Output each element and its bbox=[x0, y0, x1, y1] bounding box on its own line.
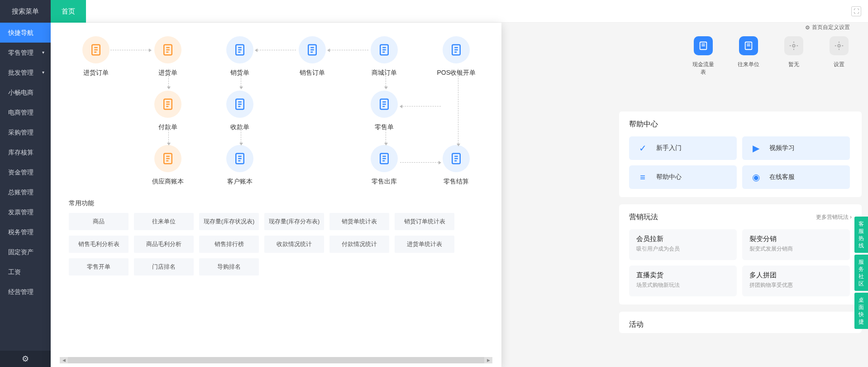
flow-cell[interactable]: 零售单 bbox=[348, 91, 420, 131]
help-icon: ≡ bbox=[636, 171, 649, 184]
marketing-item[interactable]: 会员拉新吸引用户成为会员 bbox=[629, 229, 737, 260]
sidebar-item[interactable]: 采购管理 bbox=[0, 122, 51, 142]
flow-circle-icon bbox=[371, 36, 398, 63]
flyout-scrollbar[interactable]: ◀ ▶ bbox=[60, 357, 492, 363]
sidebar-search[interactable]: 搜索菜单 bbox=[0, 0, 51, 23]
help-item[interactable]: ▶视频学习 bbox=[742, 136, 850, 160]
help-label: 在线客服 bbox=[769, 173, 795, 181]
help-icon: ✓ bbox=[636, 142, 649, 155]
side-tag[interactable]: 客服热线 bbox=[854, 217, 868, 253]
sidebar-item[interactable]: 固定资产 bbox=[0, 242, 51, 262]
common-function-button[interactable]: 导购排名 bbox=[199, 258, 259, 275]
sidebar-item[interactable]: 税务管理 bbox=[0, 222, 51, 242]
flow-circle-icon bbox=[154, 145, 181, 172]
marketing-item-title: 裂变分销 bbox=[749, 235, 843, 243]
sidebar-item[interactable]: 资金管理 bbox=[0, 162, 51, 182]
sidebar-item[interactable]: 库存核算 bbox=[0, 142, 51, 162]
sidebar-item[interactable]: 总账管理 bbox=[0, 182, 51, 202]
toolbar-item[interactable]: 暂无 bbox=[783, 36, 805, 68]
flow-cell[interactable]: 收款单 bbox=[204, 91, 276, 131]
marketing-item[interactable]: 裂变分销裂变式发展分销商 bbox=[742, 229, 850, 260]
toolbar-item[interactable]: 现金流量表 bbox=[692, 36, 714, 76]
activity-card: 活动 bbox=[619, 312, 862, 333]
home-custom-setting[interactable]: ⚙ 首页自定义设置 bbox=[805, 24, 850, 31]
flow-arrow bbox=[328, 50, 368, 50]
flow-cell[interactable]: 供应商账本 bbox=[132, 145, 204, 186]
sidebar-item[interactable]: 工资 bbox=[0, 262, 51, 282]
sidebar-item[interactable]: 快捷导航 bbox=[0, 23, 51, 43]
flow-label: POS收银开单 bbox=[420, 69, 492, 77]
chevron-down-icon: ▾ bbox=[42, 43, 44, 63]
scroll-left-icon[interactable]: ◀ bbox=[60, 357, 68, 363]
flow-cell[interactable]: 销货单 bbox=[204, 36, 276, 77]
settings-gear-icon[interactable]: ⚙ bbox=[0, 351, 51, 367]
scrollbar-track[interactable] bbox=[68, 357, 484, 363]
common-function-button[interactable]: 现存量(库存状况表) bbox=[199, 213, 259, 230]
flow-arrow bbox=[241, 125, 241, 145]
common-function-button[interactable]: 销售毛利分析表 bbox=[69, 236, 129, 253]
flow-label: 销货单 bbox=[204, 69, 276, 77]
gear-icon: ⚙ bbox=[805, 24, 810, 31]
common-function-button[interactable]: 往来单位 bbox=[134, 213, 194, 230]
side-tag[interactable]: 桌面快捷 bbox=[854, 293, 868, 329]
marketing-title: 营销玩法 bbox=[629, 212, 658, 222]
help-item[interactable]: ◉在线客服 bbox=[742, 165, 850, 189]
flow-cell[interactable]: 商城订单 bbox=[348, 36, 420, 77]
flow-circle-icon bbox=[226, 145, 253, 172]
flow-cell[interactable]: POS收银开单 bbox=[420, 36, 492, 77]
common-function-button[interactable]: 销售排行榜 bbox=[199, 236, 259, 253]
flow-label: 零售出库 bbox=[348, 178, 420, 186]
flow-cell[interactable]: 客户账本 bbox=[204, 145, 276, 186]
marketing-more[interactable]: 更多营销玩法 › bbox=[816, 213, 852, 221]
common-function-button[interactable]: 付款情况统计 bbox=[329, 236, 389, 253]
flow-cell[interactable]: 进货单 bbox=[132, 36, 204, 77]
tab-home[interactable]: 首页 bbox=[51, 0, 86, 23]
right-panel: 帮助中心 ✓新手入门▶视频学习≡帮助中心◉在线客服 营销玩法 更多营销玩法 › … bbox=[619, 111, 862, 340]
flow-cell[interactable]: 进货订单 bbox=[60, 36, 132, 77]
marketing-item-title: 多人拼团 bbox=[749, 271, 843, 280]
sidebar-item[interactable]: 电商管理 bbox=[0, 102, 51, 122]
common-function-button[interactable]: 收款情况统计 bbox=[264, 236, 324, 253]
flow-label: 零售结算 bbox=[420, 178, 492, 186]
main-area: ⚙ 首页自定义设置 现金流量表往来单位暂无设置 帮助中心 ✓新手入门▶视频学习≡… bbox=[51, 23, 868, 367]
flow-cell[interactable]: 销售订单 bbox=[276, 36, 348, 77]
help-item[interactable]: ≡帮助中心 bbox=[629, 165, 737, 189]
flow-cell[interactable]: 零售结算 bbox=[420, 145, 492, 186]
flow-label: 供应商账本 bbox=[132, 178, 204, 186]
flow-arrow bbox=[168, 125, 169, 145]
common-function-button[interactable]: 现存量(库存分布表) bbox=[264, 213, 324, 230]
tool-label: 现金流量表 bbox=[692, 61, 714, 76]
svg-point-7 bbox=[838, 44, 840, 47]
flow-circle-icon bbox=[154, 91, 181, 118]
common-function-button[interactable]: 商品 bbox=[69, 213, 129, 230]
common-function-button[interactable]: 销货单统计表 bbox=[329, 213, 389, 230]
flow-arrow bbox=[386, 69, 386, 89]
marketing-item[interactable]: 多人拼团拼团购物享受优惠 bbox=[742, 266, 850, 296]
flow-circle-icon bbox=[154, 36, 181, 63]
sidebar-item[interactable]: 小畅电商 bbox=[0, 82, 51, 102]
side-tag[interactable]: 服务社区 bbox=[854, 255, 868, 291]
sidebar-item[interactable]: 经营管理 bbox=[0, 282, 51, 302]
help-item[interactable]: ✓新手入门 bbox=[629, 136, 737, 160]
tool-label: 暂无 bbox=[783, 61, 805, 68]
common-function-button[interactable]: 销货订单统计表 bbox=[395, 213, 454, 230]
fullscreen-icon[interactable]: ⛶ bbox=[851, 6, 861, 16]
sidebar-item[interactable]: 发票管理 bbox=[0, 202, 51, 222]
help-title: 帮助中心 bbox=[629, 120, 658, 129]
toolbar-item[interactable]: 往来单位 bbox=[738, 36, 759, 68]
common-function-button[interactable]: 进货单统计表 bbox=[395, 236, 454, 253]
flow-circle-icon bbox=[371, 91, 398, 118]
common-function-button[interactable]: 门店排名 bbox=[134, 258, 194, 275]
sidebar-item[interactable]: 零售管理▾ bbox=[0, 43, 51, 63]
help-label: 新手入门 bbox=[656, 144, 682, 152]
toolbar-item[interactable]: 设置 bbox=[828, 36, 850, 68]
scroll-right-icon[interactable]: ▶ bbox=[484, 357, 492, 363]
common-function-button[interactable]: 零售开单 bbox=[69, 258, 129, 275]
flow-circle-icon bbox=[371, 145, 398, 172]
flow-cell[interactable]: 零售出库 bbox=[348, 145, 420, 186]
common-function-button[interactable]: 商品毛利分析 bbox=[134, 236, 194, 253]
flow-cell[interactable]: 付款单 bbox=[132, 91, 204, 131]
marketing-item[interactable]: 直播卖货场景式购物新玩法 bbox=[629, 266, 737, 296]
sidebar-item[interactable]: 批发管理▾ bbox=[0, 63, 51, 82]
flow-circle-icon bbox=[443, 145, 470, 172]
